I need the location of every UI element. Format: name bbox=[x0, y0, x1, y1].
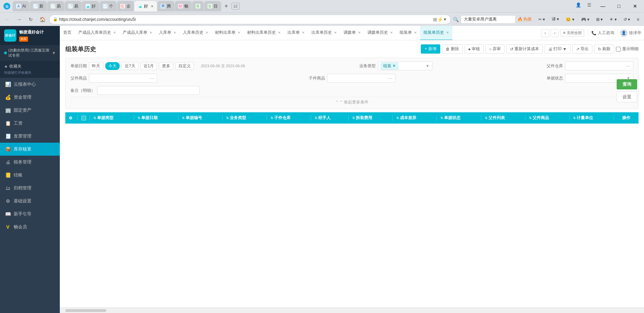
browser-tab-chang[interactable]: M 畅 bbox=[175, 1, 192, 11]
game-tool[interactable]: 🎮 ▾ bbox=[579, 16, 591, 23]
dropdown-icon[interactable]: ▼ bbox=[443, 17, 447, 22]
th-cost-diff[interactable]: ⇅ 成本差异 bbox=[393, 112, 437, 124]
search-input[interactable]: 大量安卓用户逃离 bbox=[461, 15, 515, 24]
nav-scroll-left[interactable]: ‹ bbox=[541, 29, 549, 37]
nav-tab-close-out-hist[interactable]: ✕ bbox=[334, 31, 337, 34]
th-biz-type[interactable]: ⇅ 业务类型 bbox=[223, 112, 267, 124]
th-parent-list[interactable]: ⇅ 父件列表 bbox=[481, 112, 525, 124]
recalc-btn[interactable]: ↺ 重新计算成本 bbox=[506, 44, 543, 54]
browser-tab-hao2[interactable]: ☁ 好 ✕ bbox=[134, 1, 157, 11]
browser-tab-ge[interactable]: 📄 个 bbox=[99, 1, 117, 11]
grid-tool[interactable]: ⊞ ▾ bbox=[594, 16, 605, 23]
date-btn-yesterday[interactable]: 昨天 bbox=[89, 62, 103, 70]
audit-btn[interactable]: ● 审核 bbox=[465, 44, 484, 54]
sidebar-item-report[interactable]: 📊 云报表中心 bbox=[0, 78, 60, 91]
nav-tab-assemble[interactable]: 组装单 ✕ bbox=[396, 26, 420, 40]
settings-icon[interactable]: ☰ bbox=[584, 0, 594, 10]
sidebar-item-invoice[interactable]: 🧾 发票管理 bbox=[0, 130, 60, 143]
consult-label[interactable]: 人工咨询 bbox=[598, 30, 614, 36]
sidebar-item-settings[interactable]: ⚙ 基础设置 bbox=[0, 195, 60, 208]
url-bar[interactable]: 🔒 https://cloud.chanjet.com/accounting/u… bbox=[49, 15, 451, 24]
th-order-status[interactable]: ⇅ 单据状态 bbox=[437, 112, 481, 124]
th-order-date[interactable]: ⇅ 单据日期 bbox=[134, 112, 178, 124]
sidebar-item-fund[interactable]: 💰 资金管理 bbox=[0, 91, 60, 104]
th-disassemble-fee[interactable]: ⇅ 拆装费用 bbox=[349, 112, 393, 124]
minimize-button[interactable]: — bbox=[595, 0, 611, 12]
new-tab-button[interactable]: + bbox=[222, 1, 231, 11]
settings-button[interactable]: 设置 bbox=[617, 91, 637, 102]
maximize-button[interactable]: □ bbox=[611, 0, 627, 12]
th-order-no[interactable]: ⇅ 单据编号 bbox=[178, 112, 223, 124]
nav-tab-close-assemble[interactable]: ✕ bbox=[414, 31, 417, 34]
export-btn[interactable]: ↗ 导出 bbox=[572, 44, 592, 54]
nav-tab-close-out-order[interactable]: ✕ bbox=[302, 31, 305, 34]
refresh-browser-button[interactable]: ↻ bbox=[26, 15, 36, 24]
browser-tab-ai[interactable]: A Ai bbox=[13, 1, 29, 11]
close-button[interactable]: ✕ bbox=[627, 0, 643, 12]
browser-tab-yi1[interactable]: 📄 易 bbox=[47, 1, 64, 11]
date-btn-custom[interactable]: 自定义 bbox=[175, 62, 194, 70]
profile-icon[interactable]: 👤 bbox=[573, 0, 583, 10]
query-button[interactable]: 查询 bbox=[617, 79, 637, 89]
remark-input[interactable] bbox=[97, 86, 200, 95]
nav-tab-out-order[interactable]: 出库单 ✕ bbox=[284, 26, 308, 40]
nav-tab-assemble-hist[interactable]: 组装单历史 ✕ bbox=[420, 26, 452, 40]
tab-count-badge[interactable]: 12 bbox=[231, 3, 240, 10]
browser-tab-ge2[interactable]: 各 bbox=[192, 1, 204, 11]
sun-tool[interactable]: ☀ ▾ bbox=[607, 16, 618, 23]
sidebar-item-guide[interactable]: 📖 新手引导 bbox=[0, 208, 60, 220]
th-parent-goods[interactable]: ⇅ 父件商品 bbox=[525, 112, 569, 124]
print-btn[interactable]: 🖨 打印 ▼ bbox=[545, 44, 571, 54]
new-btn[interactable]: + 新增 bbox=[421, 44, 440, 54]
sidebar-item-fixed[interactable]: 🏢 固定资产 bbox=[0, 104, 60, 117]
select-all-checkbox[interactable] bbox=[81, 116, 86, 120]
nav-tab-close-prod-in-hist[interactable]: ✕ bbox=[113, 31, 116, 34]
nav-tab-close-transfer-hist[interactable]: ✕ bbox=[390, 31, 393, 34]
nav-tab-mat-out[interactable]: 材料出库单 ✕ bbox=[212, 26, 244, 40]
menu-tool[interactable]: ≡ bbox=[635, 16, 641, 23]
table-settings-icon[interactable]: ⚙ bbox=[69, 116, 72, 120]
nav-tab-in-hist[interactable]: 入库单历史 ✕ bbox=[179, 26, 212, 40]
emoji-tool[interactable]: 😊 ▾ bbox=[564, 16, 576, 23]
sidebar-item-tax[interactable]: 🖨 税务管理 bbox=[0, 156, 60, 169]
nav-scroll-right[interactable]: › bbox=[551, 29, 559, 37]
nav-tab-out-hist[interactable]: 出库单历史 ✕ bbox=[308, 26, 340, 40]
nav-tab-close-mat-out-hist[interactable]: ✕ bbox=[278, 31, 281, 34]
browser-tab-enterprise[interactable]: C 企 bbox=[117, 1, 134, 11]
hot-search-label[interactable]: 🔥 热搜 bbox=[518, 16, 532, 22]
parent-goods-input[interactable]: ··· bbox=[89, 74, 157, 83]
date-btn-7days[interactable]: 近7天 bbox=[122, 62, 138, 70]
th-settings[interactable]: ⚙ bbox=[65, 112, 78, 124]
close-all-btn[interactable]: ✕ 关闭全部 bbox=[560, 29, 584, 37]
nav-tab-close-mat-out[interactable]: ✕ bbox=[238, 31, 240, 34]
refresh-btn[interactable]: ↻ 刷新 bbox=[594, 44, 614, 54]
nav-tab-home[interactable]: 首页 bbox=[60, 26, 75, 40]
nav-tab-transfer[interactable]: 调拨单 ✕ bbox=[340, 26, 364, 40]
browser-tab-mu[interactable]: S 目 bbox=[204, 1, 221, 11]
nav-tab-prod-in[interactable]: 产成品入库单 ✕ bbox=[119, 26, 156, 40]
horizontal-scrollbar[interactable] bbox=[65, 309, 106, 312]
sidebar-item-payroll[interactable]: 📋 工资 bbox=[0, 117, 60, 130]
history-tool[interactable]: ↺ ▾ bbox=[621, 16, 632, 23]
show-detail-checkbox[interactable] bbox=[616, 47, 621, 52]
sidebar-item-archive[interactable]: 🗂 归档管理 bbox=[0, 182, 60, 195]
browser-tab-teng[interactable]: 腾 腾 bbox=[157, 1, 174, 11]
back-button[interactable]: ← bbox=[3, 15, 12, 24]
nav-tab-close-in-order[interactable]: ✕ bbox=[173, 31, 176, 34]
date-btn-today[interactable]: 今天 bbox=[105, 62, 120, 70]
nav-tab-in-order[interactable]: 入库单 ✕ bbox=[156, 26, 179, 40]
parent-warehouse-input[interactable]: ··· bbox=[565, 61, 633, 70]
delete-btn[interactable]: 🗑 删除 bbox=[442, 44, 463, 54]
collapse-btn[interactable]: ⌃ ⌃ 收起更多条件 bbox=[70, 97, 633, 105]
translate-tool[interactable]: 译 ▾ bbox=[550, 16, 561, 23]
forward-button[interactable]: → bbox=[14, 15, 24, 24]
nav-tab-close-transfer[interactable]: ✕ bbox=[358, 31, 361, 34]
home-button[interactable]: 🏠 bbox=[38, 15, 47, 24]
sidebar-item-checkout[interactable]: 📒 结账 bbox=[0, 169, 60, 182]
biz-type-input[interactable]: 组装 ✕ ▼ bbox=[378, 61, 432, 70]
th-child-warehouse[interactable]: ⇅ 子件仓库 bbox=[267, 112, 311, 124]
th-handler[interactable]: ⇅ 经手人 bbox=[311, 112, 349, 124]
browser-tab-yi2[interactable]: 📄 易 bbox=[65, 1, 82, 11]
browser-tab-new[interactable]: 📄 新 bbox=[30, 1, 47, 11]
th-checkbox[interactable] bbox=[78, 112, 90, 124]
